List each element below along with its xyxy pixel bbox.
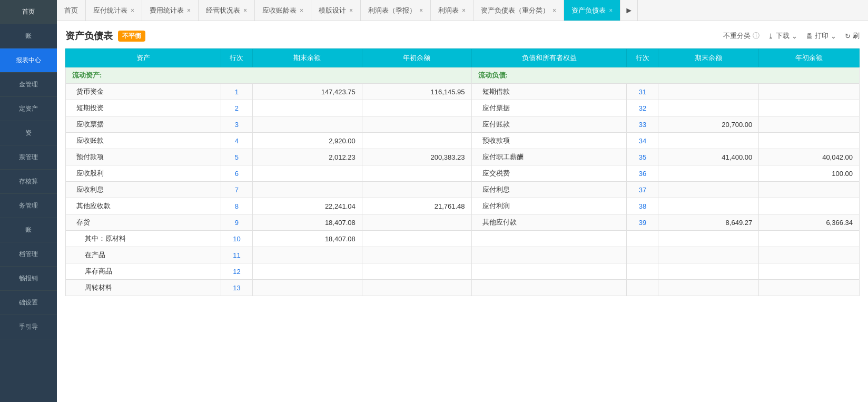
- right-row-num: 37: [627, 182, 658, 198]
- left-item-name: 应收利息: [66, 182, 221, 198]
- sidebar-item-inventory[interactable]: 存核算: [0, 170, 57, 194]
- right-item-name: 应付利息: [471, 182, 627, 198]
- tab-close-balance-sheet[interactable]: ×: [609, 7, 613, 14]
- tab-balance-reclassified[interactable]: 资产负债表（重分类） ×: [474, 0, 564, 21]
- left-item-name: 应收股利: [66, 165, 221, 182]
- sidebar-item-basic-settings[interactable]: 础设置: [0, 291, 57, 315]
- right-year-start: [759, 182, 860, 198]
- right-item-name: 应付账款: [471, 116, 627, 133]
- tab-receivable-aging[interactable]: 应收账龄表 ×: [255, 0, 311, 21]
- download-label: 下载: [776, 31, 790, 41]
- sidebar-item-report-center[interactable]: 报表中心: [0, 48, 57, 73]
- download-icon: ⤓: [768, 32, 774, 40]
- no-reclassify-action[interactable]: 不重分类 ⓘ: [723, 31, 760, 41]
- left-item-name: 其他应收款: [66, 198, 221, 214]
- download-action[interactable]: ⤓ 下载 ⌄: [768, 31, 797, 41]
- tab-bar: 首页 应付统计表 × 费用统计表 × 经营状况表 × 应收账龄表 × 模版设计 …: [57, 0, 868, 21]
- sidebar-item-doc-mgmt[interactable]: 档管理: [0, 242, 57, 267]
- refresh-action[interactable]: ↻ 刷: [845, 31, 860, 41]
- print-action[interactable]: 🖶 打印 ⌄: [806, 31, 836, 41]
- page-content: 资产负债表 不平衡 不重分类 ⓘ ⤓ 下载 ⌄ 🖶 打印 ⌄: [57, 21, 868, 402]
- table-row: 周转材料 13: [66, 280, 860, 296]
- left-item-name: 在产品: [66, 247, 221, 263]
- left-period-end: 22,241.04: [252, 198, 362, 214]
- sidebar-item-ticket-mgmt[interactable]: 票管理: [0, 145, 57, 170]
- tab-template-design[interactable]: 模版设计 ×: [311, 0, 361, 21]
- right-item-name: 应付票据: [471, 100, 627, 116]
- right-row-num: [627, 231, 658, 247]
- table-row: 库存商品 12: [66, 263, 860, 280]
- tab-close-receivable-aging[interactable]: ×: [300, 7, 303, 14]
- left-year-start: [362, 280, 471, 296]
- right-period-end: [658, 231, 759, 247]
- left-year-start: 200,383.23: [362, 149, 471, 165]
- left-row-num: 11: [221, 247, 252, 263]
- tab-home[interactable]: 首页: [57, 0, 86, 21]
- right-year-start: [759, 198, 860, 214]
- left-year-start: [362, 182, 471, 198]
- left-item-name: 周转材料: [66, 280, 221, 296]
- right-item-name: 其他应付款: [471, 214, 627, 231]
- tab-close-operation-status[interactable]: ×: [243, 7, 247, 14]
- left-row-num: 6: [221, 165, 252, 182]
- sidebar-item-investment[interactable]: 资: [0, 121, 57, 145]
- tab-close-profit[interactable]: ×: [462, 7, 466, 14]
- header-period-end: 期末余额: [252, 49, 362, 67]
- left-row-num: 1: [221, 84, 252, 100]
- tab-balance-sheet[interactable]: 资产负债表 ×: [564, 0, 620, 21]
- tab-expense-stats[interactable]: 费用统计表 ×: [142, 0, 199, 21]
- sidebar-item-guide[interactable]: 手引导: [0, 315, 57, 339]
- main-area: 首页 应付统计表 × 费用统计表 × 经营状况表 × 应收账龄表 × 模版设计 …: [57, 0, 868, 402]
- tab-profit-quarterly[interactable]: 利润表（季报） ×: [361, 0, 431, 21]
- tab-operation-status[interactable]: 经营状况表 ×: [199, 0, 255, 21]
- left-year-start: [362, 133, 471, 149]
- left-period-end: [252, 263, 362, 280]
- tab-close-profit-quarterly[interactable]: ×: [419, 7, 423, 14]
- print-icon: 🖶: [806, 32, 813, 40]
- right-period-end: [658, 247, 759, 263]
- sidebar: 首页 账 报表中心 金管理 定资产 资 票管理 存核算 务管理 账 档管理 畅报…: [0, 0, 57, 402]
- table-row: 存货 9 18,407.08 其他应付款 39 8,649.27 6,366.3…: [66, 214, 860, 231]
- right-period-end: [658, 182, 759, 198]
- table-row: 应收利息 7 应付利息 37: [66, 182, 860, 198]
- right-period-end: [658, 84, 759, 100]
- tab-scroll-right[interactable]: ►: [620, 0, 638, 21]
- refresh-label: 刷: [853, 31, 860, 41]
- left-year-start: [362, 165, 471, 182]
- sidebar-item-ledger[interactable]: 账: [0, 24, 57, 48]
- left-year-start: [362, 247, 471, 263]
- left-item-name: 应收账款: [66, 133, 221, 149]
- tab-close-expense-stats[interactable]: ×: [187, 7, 191, 14]
- tab-close-balance-reclassified[interactable]: ×: [553, 7, 556, 14]
- left-item-name: 货币资金: [66, 84, 221, 100]
- sidebar-item-fund-mgmt[interactable]: 金管理: [0, 73, 57, 97]
- tab-accounts-payable[interactable]: 应付统计表 ×: [86, 0, 142, 21]
- left-row-num: 2: [221, 100, 252, 116]
- right-row-num: 36: [627, 165, 658, 182]
- right-year-start: [759, 231, 860, 247]
- right-item-name: [471, 263, 627, 280]
- print-chevron-icon: ⌄: [831, 32, 836, 40]
- table-row: 应收票据 3 应付账款 33 20,700.00: [66, 116, 860, 133]
- right-period-end: 41,400.00: [658, 149, 759, 165]
- refresh-icon: ↻: [845, 32, 851, 40]
- right-year-start: [759, 280, 860, 296]
- left-row-num: 12: [221, 263, 252, 280]
- help-icon[interactable]: ⓘ: [753, 31, 760, 41]
- sidebar-item-tax-mgmt[interactable]: 务管理: [0, 194, 57, 218]
- page-title: 资产负债表: [65, 30, 113, 42]
- table-header-row: 资产 行次 期末余额 年初余额 负债和所有者权益 行次 期末余额 年初余额: [66, 49, 860, 67]
- left-period-end: [252, 182, 362, 198]
- right-year-start: [759, 116, 860, 133]
- right-row-num: [627, 247, 658, 263]
- left-row-num: 5: [221, 149, 252, 165]
- left-year-start: 21,761.48: [362, 198, 471, 214]
- sidebar-item-fixed-assets[interactable]: 定资产: [0, 97, 57, 121]
- tab-close-accounts-payable[interactable]: ×: [131, 7, 134, 14]
- tab-profit[interactable]: 利润表 ×: [431, 0, 474, 21]
- sidebar-item-accounts[interactable]: 账: [0, 218, 57, 242]
- tab-close-template-design[interactable]: ×: [349, 7, 353, 14]
- sidebar-item-home[interactable]: 首页: [0, 0, 57, 24]
- sidebar-item-marketing[interactable]: 畅报销: [0, 267, 57, 291]
- left-item-name: 库存商品: [66, 263, 221, 280]
